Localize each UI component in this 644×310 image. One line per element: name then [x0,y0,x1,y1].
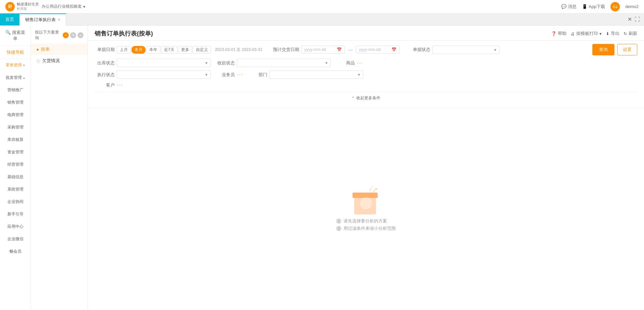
exec-label: 执行状态 [95,72,115,78]
sidebar-item-corp[interactable]: 企业协同 [0,196,31,208]
sidebar-item-purchase[interactable]: 采购管理 [0,121,31,134]
sidebar-item-inventory[interactable]: 库存核算 [0,134,31,146]
export-btn[interactable]: ⬇ 导出 [606,31,620,37]
sidebar-item-finance-label: 资金管理 [7,149,23,155]
sidebar-item-apps-label: 应用中心 [7,224,23,229]
sidebar-item-basic[interactable]: 基础信息 [0,171,31,183]
empty-tips: 1 请先选择要分析的方案 2 用过滤条件来缩小分析范围 [336,218,396,233]
collapse-arrow-icon: ⌃ [352,96,355,101]
page-title: 销售订单执行表(按单) [95,30,153,38]
date-btn-prev-month[interactable]: 上月 [117,46,131,54]
sidebar-item-system-label: 系统管理 [7,187,23,192]
date-btn-custom[interactable]: 自定义 [193,46,211,54]
status-select[interactable]: ▾ [432,46,499,54]
left-panel-item-by-order[interactable]: ● 按单 [31,44,88,55]
sidebar-item-apps[interactable]: 应用中心 [0,220,31,233]
add-scheme-btn[interactable]: + [63,32,69,38]
sidebar-item-guide[interactable]: 新手引导 [0,208,31,220]
collapse-label: 收起更多条件 [356,95,380,101]
chevron-up-icon: ▴ [23,76,25,80]
svg-line-4 [370,188,371,191]
warehouse-label: 出库状态 [95,60,115,66]
left-panel-actions: + ✎ « [63,32,84,38]
tip-num-2: 2 [336,226,341,231]
query-btn[interactable]: 查询 [592,44,614,55]
salesman-dots-btn[interactable]: ··· [237,72,243,78]
setting-btn[interactable]: 设置 [617,44,637,55]
filter-section: 单据日期 上月 本月 本年 近7天 更多 自定义 20 [88,41,644,108]
empty-icon: ✦ ✦ [349,186,383,213]
product-dots-btn[interactable]: ··· [357,60,363,66]
product-label: 商品 [335,60,355,66]
filter-inner: 单据日期 上月 本月 本年 近7天 更多 自定义 20 [95,41,637,108]
top-bar: 好 畅捷通好生意 标准版 办公用品行业模拟账套 ▾ 💬 消息 📱 App下载 E… [0,0,644,13]
collapse-btn[interactable]: ⌃ 收起更多条件 [96,93,636,103]
tip-2-text: 用过滤条件来缩小分析范围 [343,225,396,231]
date-range-text: 2023-03-01 至 2023-03-31 [215,47,262,53]
sidebar-item-sales[interactable]: 销售管理 [0,96,31,109]
tip-num-1: 1 [336,218,341,224]
sidebar-item-ecommerce[interactable]: 电商管理 [0,109,31,121]
filter-warehouse: 出库状态 ▾ [95,59,211,67]
message-btn[interactable]: 💬 消息 [561,4,577,10]
sidebar-item-marketing[interactable]: 营销推广 [0,84,31,96]
sidebar-item-marketing-label: 营销推广 [7,87,23,93]
date-btn-year[interactable]: 本年 [146,46,160,54]
expected-date-start[interactable]: yyyy-mm-dd 📅 [301,46,345,54]
filter-expected-date: 预计交货日期 yyyy-mm-dd 📅 — yyyy-mm-dd 📅 [273,46,399,54]
date-btn-7days[interactable]: 近7天 [161,46,177,54]
sidebar-item-purchase-label: 采购管理 [7,124,23,130]
backorder-icon: ◎ [36,58,40,63]
tab-home[interactable]: 首页 [0,13,20,25]
tabs-bar-right: ✕ ⛶ [628,16,644,22]
left-panel-item-backorder[interactable]: ◎ 欠货情况 [31,55,88,66]
sidebar-item-operation[interactable]: 经营管理 [0,158,31,171]
collection-select[interactable]: ▾ [237,59,331,67]
expected-date-end[interactable]: yyyy-mm-dd 📅 [356,46,399,54]
sidebar-item-wechat[interactable]: 企业微信 [0,233,31,245]
empty-illustration: ✦ ✦ [349,186,383,216]
tab-sales-order[interactable]: 销售订单执行表 ✕ [20,13,66,25]
filter-product: 商品 ··· [335,60,363,66]
date-btn-more[interactable]: 更多 [178,46,192,54]
dept-label: 部门 [247,72,267,78]
print-btn[interactable]: 🖨 按模板打印 ▾ [571,31,602,37]
collection-label: 收款状态 [215,60,235,66]
refresh-btn[interactable]: ↻ 刷新 [624,31,637,37]
sidebar-item-system[interactable]: 系统管理 [0,183,31,196]
tab-window-close-btn[interactable]: ✕ [628,16,632,22]
date-label: 单据日期 [95,47,115,53]
edit-scheme-btn[interactable]: ✎ [70,32,76,38]
filter-date: 单据日期 上月 本月 本年 近7天 更多 自定义 20 [95,46,262,54]
print-dropdown-icon[interactable]: ▾ [599,31,602,36]
quick-nav-btn[interactable]: 快捷导航 [0,47,31,57]
sidebar-item-corp-label: 企业协同 [7,199,23,205]
tab-close-icon[interactable]: ✕ [58,18,60,21]
collapse-panel-btn[interactable]: « [77,32,84,38]
exec-select[interactable]: ▾ [117,70,211,79]
customer-dots-btn[interactable]: ··· [117,82,123,88]
date-start-placeholder: yyyy-mm-dd [304,47,326,52]
top-bar-right: 💬 消息 📱 App下载 Ea demo2 [561,2,639,11]
breadcrumb-arrow: ▾ [83,4,85,9]
sidebar-item-finance[interactable]: 资金管理 [0,146,31,158]
search-menu-btn[interactable]: 🔍 搜索菜单 [3,28,28,43]
dept-select[interactable]: ▾ [269,70,363,79]
logo-area: 好 畅捷通好生意 标准版 [5,2,39,11]
sidebar-item-members[interactable]: 畅会员 [0,245,31,258]
refresh-icon: ↻ [624,31,627,36]
warehouse-select[interactable]: ▾ [117,59,211,67]
app-download-btn[interactable]: 📱 App下载 [582,4,605,10]
main-layout: 🔍 搜索菜单 快捷导航 零售管理 ▾ 批发管理 ▴ 营销推广 销售管理 电商管理… [0,25,644,310]
sidebar-item-retail[interactable]: 零售管理 ▾ [0,59,31,71]
tab-expand-btn[interactable]: ⛶ [635,16,640,22]
help-btn[interactable]: ❓ 帮助 [551,31,567,37]
left-panel-item-by-order-label: 按单 [41,46,50,52]
action-btns: 查询 设置 [592,44,637,55]
sidebar-item-wholesale[interactable]: 批发管理 ▴ [0,71,31,84]
avatar[interactable]: Ea [610,2,620,11]
filter-row-3: 执行状态 ▾ 业务员 ··· 部门 [95,70,637,79]
filter-row-2: 出库状态 ▾ 收款状态 ▾ [95,59,637,67]
date-btn-current-month[interactable]: 本月 [131,46,146,54]
sidebar-item-basic-label: 基础信息 [7,174,23,180]
